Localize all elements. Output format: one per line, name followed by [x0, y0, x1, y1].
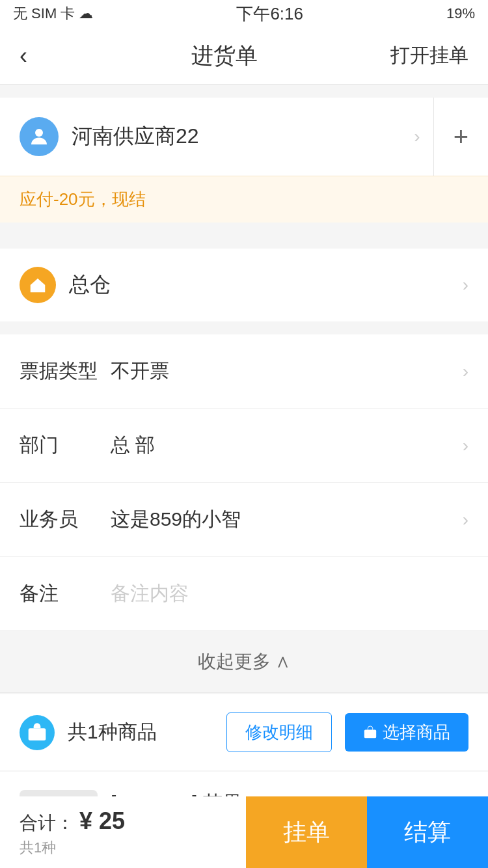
supplier-chevron-icon: › [401, 126, 433, 147]
svg-rect-1 [29, 728, 46, 740]
invoice-type-row[interactable]: 票据类型 不开票 › [0, 334, 488, 409]
products-icon [20, 715, 55, 750]
salesman-chevron-icon: › [463, 509, 468, 530]
add-supplier-button[interactable]: + [434, 109, 468, 165]
status-right: 19% [446, 5, 475, 22]
status-bar: 无 SIM 卡 ☁ 下午6:16 19% [0, 0, 488, 27]
back-button[interactable]: ‹ [20, 42, 59, 70]
collapse-button[interactable]: 收起更多 ∧ [0, 631, 488, 693]
status-time: 下午6:16 [236, 3, 303, 25]
remark-label: 备注 [20, 580, 98, 607]
edit-detail-button[interactable]: 修改明细 [226, 712, 332, 752]
warehouse-chevron-icon: › [463, 275, 468, 295]
supplier-section: 河南供应商22 › + [0, 98, 488, 176]
warehouse-name: 总仓 [69, 271, 463, 299]
svg-point-0 [35, 129, 43, 137]
select-product-label: 选择商品 [383, 721, 450, 744]
products-count: 共1种商品 [68, 719, 213, 746]
warehouse-icon [20, 267, 56, 303]
total-line: 合计： ¥ 25 [20, 807, 226, 835]
total-label: 合计： [20, 811, 74, 835]
form-section: 票据类型 不开票 › 部门 总 部 › 业务员 这是859的小智 › 备注 备注… [0, 334, 488, 631]
supplier-name: 河南供应商22 [72, 122, 401, 151]
supplier-selector[interactable]: 河南供应商22 › [20, 98, 434, 176]
salesman-label: 业务员 [20, 506, 98, 533]
supplier-notice: 应付-20元，现结 [0, 176, 488, 223]
total-amount: ¥ 25 [79, 807, 125, 835]
dept-chevron-icon: › [463, 435, 468, 456]
select-product-button[interactable]: 选择商品 [345, 713, 468, 752]
footer: 合计： ¥ 25 共1种 挂单 结算 [0, 796, 488, 868]
invoice-chevron-icon: › [463, 361, 468, 382]
products-header: 共1种商品 修改明细 选择商品 [0, 694, 488, 770]
nav-bar: ‹ 进货单 打开挂单 [0, 27, 488, 85]
settle-button[interactable]: 结算 [367, 796, 488, 868]
warehouse-svg-icon [28, 275, 47, 295]
salesman-row[interactable]: 业务员 这是859的小智 › [0, 483, 488, 557]
dept-row[interactable]: 部门 总 部 › [0, 409, 488, 483]
cart-icon [27, 722, 47, 743]
dept-value: 总 部 [98, 432, 463, 459]
open-pending-button[interactable]: 打开挂单 [390, 42, 468, 69]
status-left: 无 SIM 卡 ☁ [13, 4, 93, 23]
remark-row[interactable]: 备注 备注内容 [0, 557, 488, 631]
total-sub: 共1种 [20, 838, 226, 858]
select-product-icon [363, 726, 377, 740]
salesman-value: 这是859的小智 [98, 506, 463, 533]
page-title: 进货单 [191, 41, 258, 71]
remark-input[interactable]: 备注内容 [98, 580, 468, 607]
dept-label: 部门 [20, 432, 98, 459]
invoice-value: 不开票 [98, 358, 463, 385]
pending-button[interactable]: 挂单 [246, 796, 367, 868]
gap-1 [0, 85, 488, 98]
gap-2 [0, 223, 488, 236]
footer-total-section: 合计： ¥ 25 共1种 [0, 796, 246, 868]
invoice-label: 票据类型 [20, 358, 98, 385]
person-icon [27, 125, 51, 148]
warehouse-section[interactable]: 总仓 › [0, 249, 488, 321]
supplier-avatar [20, 117, 59, 156]
